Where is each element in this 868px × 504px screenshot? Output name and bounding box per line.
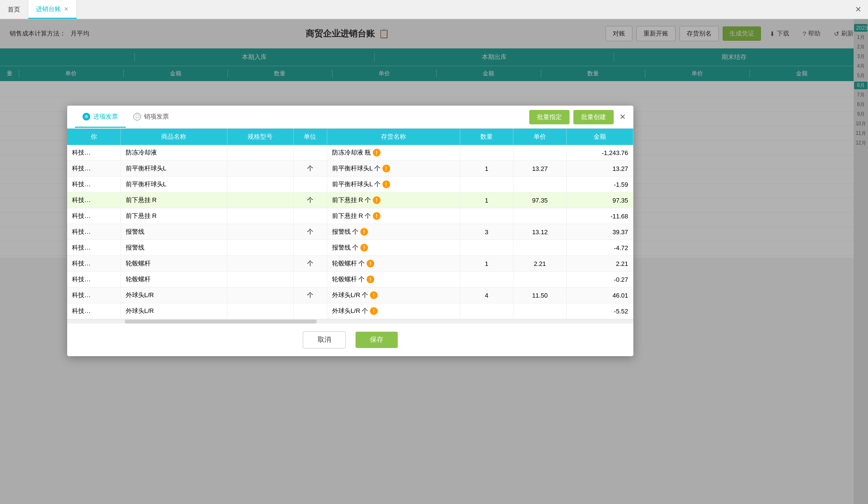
cell-spec [227, 161, 294, 177]
cell-amount: 46.01 [567, 288, 633, 303]
table-row: 科技… 外球头L/R 外球头L/R 个 ! -5.52 [67, 303, 633, 319]
cell-product-name: 防冻冷却液 [120, 145, 227, 161]
tab-sales-invoice[interactable]: ☐ 销项发票 [126, 107, 177, 128]
sales-tab-icon: ☐ [133, 113, 141, 120]
warning-icon: ! [367, 260, 374, 267]
table-row: 科技… 前下悬挂 R 个 前下悬挂 R 个 ! 1 97.35 97.35 [67, 192, 633, 208]
cell-inventory-name: 防冻冷却液 瓶 ! [327, 145, 460, 161]
col-company: 你 [67, 129, 120, 145]
cell-quantity: 4 [460, 288, 513, 303]
purchase-tab-label: 进项发票 [93, 112, 118, 121]
cell-amount: -5.52 [567, 303, 633, 319]
cell-product-name: 报警线 [120, 224, 227, 240]
cell-quantity [460, 177, 513, 192]
cell-unit-price: 97.35 [513, 192, 567, 208]
cell-amount: 39.37 [567, 224, 633, 240]
modal-close-button[interactable]: ✕ [619, 112, 626, 121]
tab-purchase-invoice[interactable]: ⊕ 进项发票 [75, 107, 126, 128]
cell-amount: -0.27 [567, 272, 633, 288]
modal-dialog: ⊕ 进项发票 ☐ 销项发票 批量指定 批量创建 ✕ 你 商品名称 [67, 106, 633, 356]
cell-quantity: 1 [460, 192, 513, 208]
cell-unit-price [513, 208, 567, 224]
cell-amount: -4.72 [567, 240, 633, 256]
purchase-tab-icon: ⊕ [83, 113, 90, 120]
cell-unit: 个 [294, 288, 327, 303]
cell-product-name: 报警线 [120, 240, 227, 256]
cell-unit-price [513, 145, 567, 161]
cell-company: 科技… [67, 177, 120, 192]
cell-company: 科技… [67, 272, 120, 288]
cancel-button[interactable]: 取消 [303, 331, 346, 348]
scrollbar-thumb[interactable] [125, 320, 317, 324]
cell-spec [227, 208, 294, 224]
cell-company: 科技… [67, 145, 120, 161]
col-product-name: 商品名称 [120, 129, 227, 145]
cell-product-name: 外球头L/R [120, 303, 227, 319]
cell-inventory-name: 前平衡杆球头L 个 ! [327, 177, 460, 192]
warning-icon: ! [382, 165, 390, 172]
tab-bar: 首页 进销台账 ✕ ✕ [0, 0, 868, 19]
cell-inventory-name: 报警线 个 ! [327, 224, 460, 240]
batch-assign-button[interactable]: 批量指定 [529, 110, 570, 124]
tab-ledger-label: 进销台账 [36, 5, 61, 13]
modal-header-buttons: 批量指定 批量创建 [529, 110, 614, 124]
cell-inventory-name: 轮毂螺杆 个 ! [327, 272, 460, 288]
col-unit-price: 单价 [513, 129, 567, 145]
cell-product-name: 轮毂螺杆 [120, 272, 227, 288]
cell-inventory-name: 前平衡杆球头L 个 ! [327, 161, 460, 177]
modal-header: ⊕ 进项发票 ☐ 销项发票 批量指定 批量创建 ✕ [67, 106, 633, 129]
cell-inventory-name: 前下悬挂 R 个 ! [327, 208, 460, 224]
cell-quantity [460, 208, 513, 224]
cell-unit: 个 [294, 224, 327, 240]
cell-unit-price [513, 177, 567, 192]
cell-spec [227, 192, 294, 208]
main-content: 销售成本计算方法： 月平均 商贸企业进销台账 📋 对账 重新开账 存货别名 生成… [0, 19, 868, 504]
cell-product-name: 前下悬挂 R [120, 208, 227, 224]
horizontal-scrollbar[interactable] [67, 319, 633, 323]
cell-quantity [460, 145, 513, 161]
warning-icon: ! [373, 212, 380, 220]
table-row: 科技… 轮毂螺杆 个 轮毂螺杆 个 ! 1 2.21 2.21 [67, 256, 633, 272]
cell-inventory-name: 外球头L/R 个 ! [327, 303, 460, 319]
warning-icon: ! [373, 149, 380, 156]
table-row: 科技… 报警线 报警线 个 ! -4.72 [67, 240, 633, 256]
cell-unit-price: 13.12 [513, 224, 567, 240]
tab-ledger[interactable]: 进销台账 ✕ [28, 0, 77, 19]
cell-unit: 个 [294, 161, 327, 177]
table-header-row: 你 商品名称 规格型号 单位 存货名称 数量 单价 金额 [67, 129, 633, 145]
cell-unit: 个 [294, 256, 327, 272]
tab-close-icon[interactable]: ✕ [64, 6, 69, 12]
cell-company: 科技… [67, 288, 120, 303]
cell-quantity: 1 [460, 256, 513, 272]
table-row: 科技… 报警线 个 报警线 个 ! 3 13.12 39.37 [67, 224, 633, 240]
cell-company: 科技… [67, 303, 120, 319]
cell-inventory-name: 前下悬挂 R 个 ! [327, 192, 460, 208]
cell-amount: 2.21 [567, 256, 633, 272]
cell-unit [294, 272, 327, 288]
warning-icon: ! [370, 307, 378, 315]
table-row: 科技… 外球头L/R 个 外球头L/R 个 ! 4 11.50 46.01 [67, 288, 633, 303]
cell-inventory-name: 轮毂螺杆 个 ! [327, 256, 460, 272]
window-close-button[interactable]: ✕ [848, 0, 868, 19]
cell-unit-price: 11.50 [513, 288, 567, 303]
save-button[interactable]: 保存 [356, 332, 398, 348]
cell-product-name: 前平衡杆球头L [120, 161, 227, 177]
cell-unit [294, 240, 327, 256]
table-row: 科技… 前下悬挂 R 前下悬挂 R 个 ! -11.68 [67, 208, 633, 224]
cell-company: 科技… [67, 224, 120, 240]
tab-home[interactable]: 首页 [0, 0, 28, 19]
warning-icon: ! [373, 196, 380, 204]
cell-company: 科技… [67, 208, 120, 224]
cell-unit-price: 13.27 [513, 161, 567, 177]
cell-quantity: 1 [460, 161, 513, 177]
modal-footer: 取消 保存 [67, 323, 633, 356]
table-row: 科技… 轮毂螺杆 轮毂螺杆 个 ! -0.27 [67, 272, 633, 288]
cell-amount: -1.59 [567, 177, 633, 192]
invoice-table: 你 商品名称 规格型号 单位 存货名称 数量 单价 金额 科技… 防冻冷却液 [67, 129, 633, 319]
batch-create-button[interactable]: 批量创建 [573, 110, 614, 124]
cell-company: 科技… [67, 240, 120, 256]
cell-inventory-name: 外球头L/R 个 ! [327, 288, 460, 303]
cell-amount: 97.35 [567, 192, 633, 208]
cell-spec [227, 288, 294, 303]
warning-icon: ! [382, 180, 390, 188]
